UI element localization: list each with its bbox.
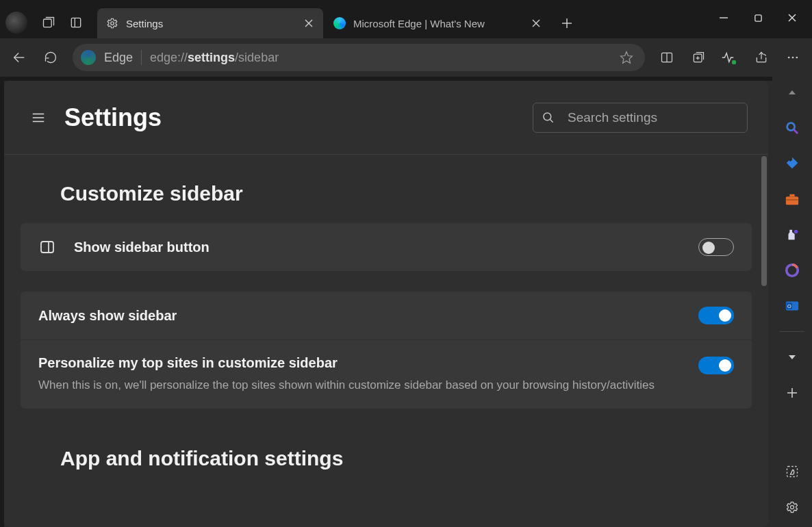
add-sidebar-icon[interactable]	[782, 383, 802, 403]
svg-marker-15	[621, 52, 633, 64]
address-bar[interactable]: Edge edge://settings/sidebar	[73, 44, 645, 71]
url-text: edge://settings/sidebar	[150, 51, 616, 65]
gear-icon	[105, 16, 119, 30]
svg-point-23	[792, 57, 794, 59]
close-icon[interactable]	[301, 16, 316, 31]
content-wrapper: Settings Customize sidebar Sh	[4, 81, 772, 527]
chevron-down-icon[interactable]	[782, 347, 802, 368]
svg-rect-0	[44, 19, 52, 27]
sidebar-separator	[780, 331, 804, 332]
row-description: When this is on, we'll personalize the t…	[38, 378, 698, 394]
svg-text:O: O	[787, 303, 791, 309]
svg-rect-37	[789, 194, 794, 197]
maximize-button[interactable]	[742, 7, 774, 29]
svg-marker-43	[789, 355, 796, 359]
refresh-button[interactable]	[36, 42, 66, 73]
outlook-icon[interactable]: O	[782, 296, 802, 316]
toggle-personalize-top-sites[interactable]	[698, 357, 734, 374]
svg-rect-36	[786, 196, 798, 205]
sidebar-settings-gear-icon[interactable]	[782, 497, 802, 517]
toggle-always-show-sidebar[interactable]	[698, 307, 734, 324]
m365-icon[interactable]	[782, 260, 802, 281]
separator	[141, 50, 142, 65]
titlebar: Settings Microsoft Edge | What's New	[0, 0, 812, 38]
games-icon[interactable]	[782, 224, 802, 245]
svg-point-35	[789, 159, 791, 161]
section-title-app-notifications: App and notification settings	[60, 447, 752, 470]
settings-header: Settings	[4, 81, 768, 155]
row-label: Always show sidebar	[38, 308, 698, 324]
edge-logo-icon	[333, 16, 346, 30]
svg-line-29	[550, 119, 553, 122]
toolbox-icon[interactable]	[782, 189, 802, 209]
row-personalize-top-sites: Personalize my top sites in customize si…	[21, 340, 752, 409]
favorite-star-icon[interactable]	[616, 47, 637, 68]
settings-body: Customize sidebar Show sidebar button Al…	[4, 155, 768, 527]
back-button[interactable]	[4, 42, 34, 73]
minimize-button[interactable]	[708, 7, 739, 29]
new-tab-button[interactable]	[555, 11, 579, 36]
search-sidebar-icon[interactable]	[782, 118, 802, 138]
row-label: Personalize my top sites in customize si…	[38, 355, 698, 371]
svg-rect-11	[754, 14, 761, 21]
menu-hamburger-icon[interactable]	[25, 104, 52, 131]
shopping-tag-icon[interactable]	[782, 153, 802, 174]
svg-marker-32	[789, 90, 796, 94]
profile-avatar[interactable]	[5, 12, 27, 34]
share-icon[interactable]	[746, 42, 776, 73]
row-show-sidebar-button: Show sidebar button	[21, 223, 752, 271]
settings-page: Settings Customize sidebar Sh	[4, 81, 768, 527]
svg-point-39	[794, 230, 798, 234]
svg-point-47	[791, 506, 794, 509]
workspaces-icon[interactable]	[37, 11, 60, 34]
svg-point-22	[788, 57, 790, 59]
svg-line-34	[794, 130, 798, 133]
section-title-customize-sidebar: Customize sidebar	[60, 182, 752, 205]
url-scheme-label: Edge	[104, 51, 133, 65]
card-show-sidebar-button: Show sidebar button	[21, 223, 752, 271]
tab-whatsnew[interactable]: Microsoft Edge | What's New	[325, 8, 550, 38]
row-label: Show sidebar button	[74, 240, 698, 255]
app-area: Settings Customize sidebar Sh	[0, 77, 812, 527]
sidebar-panel-icon	[38, 239, 56, 255]
edge-logo-icon	[81, 50, 96, 65]
card-sidebar-options: Always show sidebar Personalize my top s…	[21, 292, 752, 409]
window-controls	[708, 7, 812, 29]
tab-actions-icon[interactable]	[64, 11, 88, 34]
browser-sidebar: O	[772, 77, 812, 527]
toggle-show-sidebar-button[interactable]	[698, 238, 734, 256]
svg-rect-38	[786, 199, 798, 201]
scrollbar[interactable]	[761, 156, 767, 286]
sidebar-collapse-icon[interactable]	[782, 82, 802, 103]
search-input[interactable]	[566, 110, 739, 126]
more-menu-icon[interactable]	[778, 42, 808, 73]
close-window-button[interactable]	[776, 7, 808, 29]
tab-label: Settings	[126, 18, 163, 29]
screenshot-icon[interactable]	[782, 461, 802, 482]
search-settings-field[interactable]	[533, 103, 748, 133]
tab-label: Microsoft Edge | What's New	[353, 18, 485, 29]
titlebar-left	[0, 11, 97, 38]
svg-point-24	[796, 57, 798, 59]
collections-icon[interactable]	[683, 42, 713, 73]
tab-strip: Settings Microsoft Edge | What's New	[97, 0, 708, 38]
split-screen-icon[interactable]	[652, 42, 682, 73]
svg-point-3	[111, 22, 114, 25]
search-icon	[542, 111, 555, 125]
page-title: Settings	[64, 103, 533, 132]
svg-point-28	[544, 112, 551, 120]
svg-rect-1	[71, 18, 80, 27]
tab-settings[interactable]: Settings	[97, 8, 323, 38]
close-icon[interactable]	[529, 16, 544, 31]
performance-icon[interactable]	[715, 42, 745, 73]
browser-toolbar: Edge edge://settings/sidebar	[0, 38, 812, 77]
svg-rect-30	[41, 242, 53, 253]
row-always-show-sidebar: Always show sidebar	[21, 292, 752, 340]
